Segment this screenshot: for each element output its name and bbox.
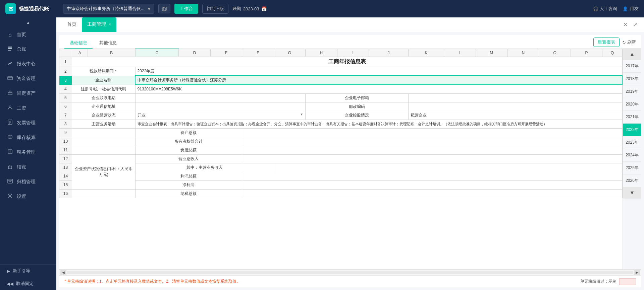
year-scroll-up[interactable]: ▲ <box>623 49 641 60</box>
tab-resize[interactable]: ⤢ <box>632 20 639 29</box>
scroll-right-btn[interactable]: ▶ <box>634 270 640 275</box>
col-header-A: A <box>72 49 88 57</box>
ledger-icon <box>7 46 13 53</box>
col-header-K: K <box>409 49 444 57</box>
company-dropdown-icon: ▼ <box>147 6 151 11</box>
year-item-2026[interactable]: 2026年 <box>623 174 641 187</box>
year-item-2020[interactable]: 2020年 <box>623 98 641 111</box>
svg-point-8 <box>9 106 11 108</box>
ownership-value-cell[interactable]: 私营企业 <box>409 111 623 120</box>
liabilities-value-cell[interactable] <box>242 146 622 154</box>
main-layout: ▲ ⌂ 首页 总账 报表中心 资金管理 固定资产 <box>0 17 644 290</box>
year-item-2019[interactable]: 2019年 <box>623 85 641 98</box>
main-biz-value-cell[interactable]: 审查企业会计报表；出具审计报告；验证企业资本；出具验资报告；办理企业合开、分立、… <box>135 120 622 128</box>
sidebar-item-reports[interactable]: 报表中心 <box>0 57 56 71</box>
col-header-P: P <box>571 49 602 57</box>
guide-button[interactable]: ▶ 新手引导 <box>0 265 56 277</box>
col-header-H: H <box>306 49 337 57</box>
refresh-button[interactable]: ↻ 刷新 <box>622 39 636 45</box>
sidebar-item-finance[interactable]: 资金管理 <box>0 71 56 86</box>
content-area: 首页 工商管理 × ✕ ⤢ 基础信息 其他信息 重置报表 ↻ 刷新 <box>56 17 644 290</box>
company-selector[interactable]: 中审众环会计师事务所（特殊普通合伙... ▼ <box>63 4 154 14</box>
biz-status-value-cell[interactable]: 开业 ▼ <box>135 111 306 120</box>
assets-info-label-cell: 企业资产状况信息(币种：人民币万元) <box>72 154 135 189</box>
scroll-track-h[interactable] <box>67 271 633 274</box>
spreadsheet-container[interactable]: A B C D E F G H I J K L <box>59 49 623 269</box>
year-item-2025[interactable]: 2025年 <box>623 162 641 174</box>
sidebar-item-assets[interactable]: 固定资产 <box>0 86 56 101</box>
col-header-M: M <box>476 49 507 57</box>
sidebar-item-home[interactable]: ⌂ 首页 <box>0 28 56 42</box>
tab-bar: 首页 工商管理 × ✕ ⤢ <box>56 17 644 32</box>
empty-cell-10 <box>72 137 135 146</box>
edited-label: 单元格编辑过：示例 <box>580 279 616 284</box>
equity-value-cell[interactable] <box>242 137 622 146</box>
postal-value-cell[interactable] <box>409 102 623 111</box>
empty-cell-16 <box>72 189 135 198</box>
calendar-icon[interactable]: 📅 <box>261 6 267 11</box>
address-value-cell[interactable] <box>135 102 306 111</box>
tab-industrial[interactable]: 工商管理 × <box>82 17 116 32</box>
period-value: 2023-03 <box>243 6 259 11</box>
unpin-button[interactable]: ◀◀ 取消固定 <box>0 277 56 290</box>
year-item-2021[interactable]: 2021年 <box>623 111 641 124</box>
assets-value-cell[interactable] <box>242 128 622 137</box>
sidebar-scroll-up[interactable]: ▲ <box>0 17 56 28</box>
sidebar-label-reports: 报表中心 <box>17 61 36 67</box>
phone-value-cell[interactable] <box>135 93 306 102</box>
sidebar-label-archive: 归档管理 <box>17 179 36 185</box>
sidebar-item-tax[interactable]: 税务管理 <box>0 145 56 160</box>
company-value-cell[interactable]: 中审众环会计师事务所（特殊普通合伙）江苏分所 <box>135 76 622 85</box>
year-item-2023[interactable]: 2023年 <box>623 136 641 149</box>
period-value-cell[interactable]: 2022年度 <box>135 67 622 76</box>
refresh-icon: ↻ <box>622 40 626 45</box>
copy-button[interactable] <box>158 4 170 13</box>
year-item-2024[interactable]: 2024年 <box>623 149 641 162</box>
company-label-cell: 企业名称 <box>72 76 135 85</box>
sidebar-item-archive[interactable]: 归档管理 <box>0 174 56 189</box>
reset-button[interactable]: 重置报表 <box>593 38 620 47</box>
sidebar-item-ledger[interactable]: 总账 <box>0 42 56 57</box>
row-num-16: 16 <box>59 189 72 198</box>
total-tax-value-cell[interactable] <box>242 189 622 198</box>
row-num-6: 6 <box>59 102 72 111</box>
email-value-cell[interactable] <box>409 93 623 102</box>
user-label: 用友 <box>630 6 639 12</box>
year-scroll-down[interactable]: ▼ <box>623 187 641 199</box>
sidebar-item-settings[interactable]: 设置 <box>0 189 56 204</box>
total-profit-value-cell[interactable] <box>242 172 622 180</box>
horizontal-scrollbar[interactable]: ◀ ▶ <box>59 269 641 275</box>
workbench-button[interactable]: 工作台 <box>174 4 198 14</box>
table-row: 1 工商年报信息表 <box>59 57 623 67</box>
tab-close-button[interactable]: × <box>109 22 111 27</box>
sidebar-item-invoice[interactable]: 发票管理 <box>0 116 56 130</box>
sidebar-item-payroll[interactable]: 工资 <box>0 101 56 116</box>
table-row: 3 企业名称 中审众环会计师事务所（特殊普通合伙）江苏分所 <box>59 76 623 85</box>
svg-rect-4 <box>8 50 11 51</box>
table-row: 16 纳税总额 <box>59 189 623 198</box>
main-revenue-value-cell[interactable] <box>274 163 622 172</box>
sub-tab-other[interactable]: 其他信息 <box>94 38 122 49</box>
sidebar-item-inventory[interactable]: 库存核算 <box>0 130 56 145</box>
sidebar-item-closing[interactable]: 结账 <box>0 160 56 174</box>
year-item-2022[interactable]: 2022年 <box>623 124 641 136</box>
support-link[interactable]: 🎧 人工咨询 <box>593 6 617 12</box>
top-header: 畅捷通易代账 中审众环会计师事务所（特殊普通合伙... ▼ 工作台 切到旧版 账… <box>0 0 644 17</box>
row-num-9: 9 <box>59 128 72 137</box>
row-num-12: 12 <box>59 154 72 163</box>
scroll-left-btn[interactable]: ◀ <box>60 270 66 275</box>
old-version-button[interactable]: 切到旧版 <box>202 4 228 14</box>
year-item-2018[interactable]: 2018年 <box>623 73 641 85</box>
sub-tab-basic[interactable]: 基础信息 <box>64 38 93 49</box>
total-revenue-value-cell[interactable] <box>242 154 622 163</box>
user-area[interactable]: 👤 用友 <box>623 6 639 12</box>
col-header-B: B <box>88 49 135 57</box>
year-item-2017[interactable]: 2017年 <box>623 60 641 73</box>
table-row: 5 企业联系电话 企业电子邮箱 <box>59 93 623 102</box>
unpin-label: 取消固定 <box>16 281 34 287</box>
row-num-5: 5 <box>59 93 72 102</box>
reg-value-cell[interactable]: 91320100MA208E5W6K <box>135 85 622 93</box>
tab-home[interactable]: 首页 <box>62 17 82 32</box>
net-profit-value-cell[interactable] <box>242 180 622 189</box>
tab-close-window[interactable]: ✕ <box>622 20 629 29</box>
